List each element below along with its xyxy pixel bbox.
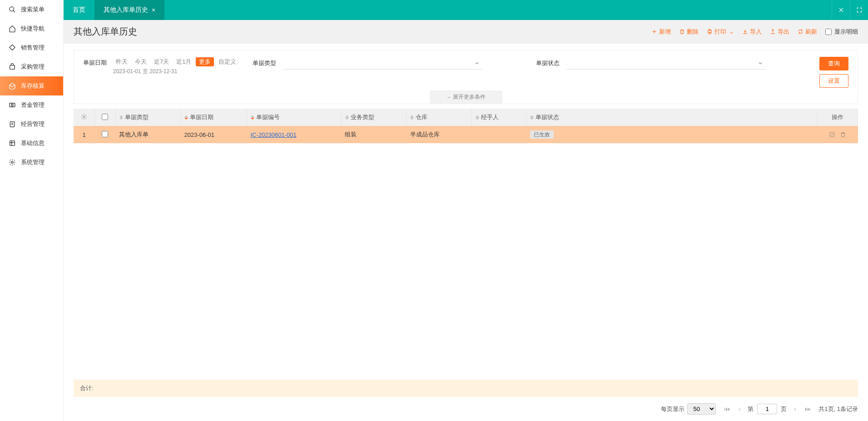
print-button[interactable]: 打印⌄ [707,28,734,36]
filter-panel: 单据日期 昨天 今天 近7天 近1月 更多 自定义 2023-01-01 至 2… [74,50,858,104]
svg-rect-18 [709,33,710,34]
sidebar-label: 销售管理 [21,44,45,52]
svg-point-19 [83,116,85,118]
total-text: 共1页, 1条记录 [818,405,858,413]
sidebar-label: 搜索菜单 [21,5,45,14]
table-row[interactable]: 1 其他入库单 2023-06-01 IC-20230601-001 组装 半成… [74,126,858,143]
sidebar-item-inventory[interactable]: 库存核算 [0,76,63,95]
sidebar-item-purchase[interactable]: 采购管理 [0,57,63,76]
data-table: 单据类型 单据日期 单据编号 业务类型 仓库 经手人 单据状态 操作 1 其他 [74,109,858,380]
type-filter-label: 单据类型 [253,57,276,69]
pagination: 每页显示 50 ⏮ ‹ 第 页 › ⏭ 共1页, 1条记录 [64,397,868,421]
gear-icon [81,114,87,120]
svg-point-11 [11,161,13,163]
gear-icon [8,158,16,166]
show-detail-toggle[interactable]: 显示明细 [825,28,858,36]
sidebar-item-system[interactable]: 系统管理 [0,153,63,172]
search-icon [8,5,16,14]
sidebar-item-baseinfo[interactable]: 基础信息 [0,134,63,153]
svg-rect-17 [709,30,710,31]
prev-page-button[interactable]: ‹ [735,405,744,414]
sidebar-item-business[interactable]: 经营管理 [0,115,63,134]
refresh-button[interactable]: 刷新 [798,28,817,36]
date-today[interactable]: 今天 [132,57,149,67]
tab-home[interactable]: 首页 [64,0,94,20]
summary-row: 合计: [74,380,858,397]
per-page-label: 每页显示 [661,405,684,413]
chevron-down-icon [758,60,763,66]
tab-label: 首页 [73,6,85,14]
cell-handler [471,126,526,143]
col-checkbox [94,109,115,126]
toolbar: 其他入库单历史 新增 删除 打印⌄ 导入 导出 刷新 显示明细 [64,20,868,44]
status-filter-label: 单据状态 [536,57,560,69]
delete-button[interactable]: 删除 [679,28,699,36]
col-handler[interactable]: 经手人 [471,109,526,126]
first-page-button[interactable]: ⏮ [722,405,731,414]
sidebar-label: 采购管理 [21,63,45,71]
page-size-select[interactable]: 50 [687,403,716,415]
doc-code-link[interactable]: IC-20230601-001 [251,131,297,138]
import-button[interactable]: 导入 [742,28,762,36]
select-all-checkbox[interactable] [102,114,108,120]
tab-label: 其他入库单历史 [104,6,148,14]
query-button[interactable]: 查询 [819,57,848,70]
svg-rect-3 [10,103,15,107]
sidebar-label: 基础信息 [21,139,45,147]
cell-biztype: 组装 [341,126,406,143]
sidebar-label: 经营管理 [21,120,45,128]
col-code[interactable]: 单据编号 [247,109,342,126]
view-icon[interactable] [829,131,835,138]
show-detail-checkbox[interactable] [825,29,832,35]
chevron-down-icon: ⌄ [729,28,734,35]
col-status[interactable]: 单据状态 [526,109,817,126]
svg-rect-20 [830,132,834,136]
date-custom[interactable]: 自定义 [216,57,239,67]
page-title: 其他入库单历史 [74,25,137,38]
last-page-button[interactable]: ⏭ [803,405,812,414]
sidebar-label: 库存核算 [21,82,45,90]
close-all-button[interactable] [832,0,850,20]
cell-type: 其他入库单 [115,126,180,143]
col-warehouse[interactable]: 仓库 [407,109,471,126]
svg-rect-8 [10,141,15,146]
expand-filters-button[interactable]: 展开更多条件 [430,90,502,104]
sidebar-item-search[interactable]: 搜索菜单 [0,0,63,19]
date-1m[interactable]: 近1月 [174,57,194,67]
export-button[interactable]: 导出 [770,28,789,36]
row-index: 1 [74,126,94,143]
svg-rect-2 [10,65,15,70]
next-page-button[interactable]: › [790,405,799,414]
col-date[interactable]: 单据日期 [180,109,247,126]
delete-icon[interactable] [840,131,846,138]
type-select[interactable] [283,57,482,70]
sidebar-item-quicknav[interactable]: 快捷导航 [0,19,63,38]
tab-active[interactable]: 其他入库单历史 × [94,0,164,20]
col-biztype[interactable]: 业务类型 [341,109,406,126]
status-badge: 已生效 [530,130,554,139]
grid-icon [8,139,16,147]
home-icon [8,25,16,33]
page-input[interactable] [757,404,777,414]
add-button[interactable]: 新增 [651,28,671,36]
sidebar-item-funds[interactable]: 资金管理 [0,95,63,115]
status-select[interactable] [566,57,766,70]
col-type[interactable]: 单据类型 [115,109,180,126]
fullscreen-button[interactable] [850,0,868,20]
sidebar-label: 资金管理 [21,101,45,109]
sidebar: 搜索菜单 快捷导航 销售管理 采购管理 库存核算 资金管理 经营管理 基础信息 [0,0,64,421]
sidebar-item-sales[interactable]: 销售管理 [0,38,63,57]
close-icon[interactable]: × [152,6,155,14]
date-range-text: 2023-01-01 至 2023-12-31 [113,68,239,75]
row-checkbox[interactable] [102,131,108,137]
sidebar-label: 快捷导航 [21,25,45,33]
date-filter-label: 单据日期 [83,57,107,69]
col-settings[interactable] [74,109,94,126]
svg-point-0 [10,7,14,11]
date-yesterday[interactable]: 昨天 [113,57,130,67]
chevron-down-icon [474,60,480,66]
settings-button[interactable]: 设置 [819,74,848,88]
chevron-down-icon [446,95,451,100]
date-more[interactable]: 更多 [196,57,214,66]
date-7d[interactable]: 近7天 [151,57,172,67]
